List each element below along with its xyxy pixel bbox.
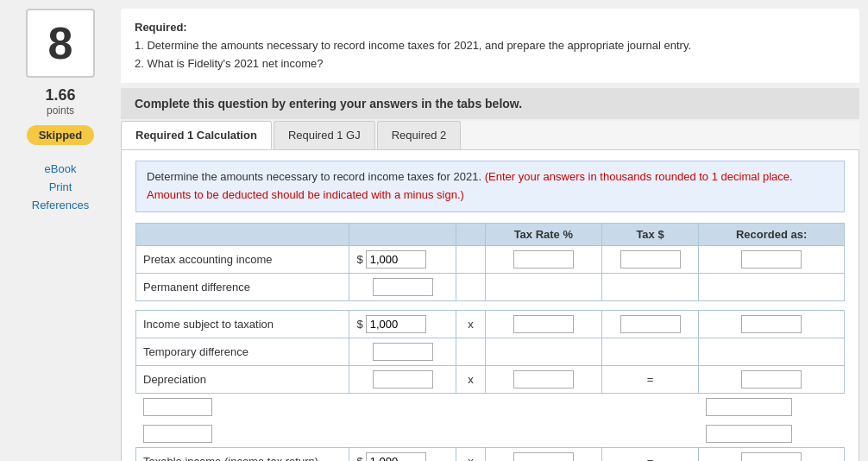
content-area: Determine the amounts necessary to recor…: [121, 150, 859, 461]
col-header-recorded: Recorded as:: [699, 223, 845, 245]
row-taxdollar-temp: [601, 338, 698, 365]
dollar-sign-pretax: $: [356, 253, 362, 266]
table-row: Taxable income (income tax return) $ x: [136, 447, 845, 461]
right-panel: Required: 1. Determine the amounts neces…: [121, 9, 859, 461]
calculation-table: Tax Rate % Tax $ Recorded as: Pretax acc…: [135, 223, 845, 461]
row-recorded-temp: [699, 338, 845, 365]
row-label-taxable-income: Taxable income (income tax return): [136, 447, 349, 461]
row-recorded-pretax: [699, 245, 845, 273]
income-recorded-input[interactable]: [741, 315, 802, 333]
row-recorded-taxable: [699, 447, 845, 461]
col-header-taxrate: Tax Rate %: [485, 223, 601, 245]
pretax-taxdollar-input[interactable]: [620, 250, 681, 268]
temp-amount-input[interactable]: [373, 343, 433, 361]
row-taxdollar-permanent: [601, 273, 698, 300]
row-label-permanent: Permanent difference: [136, 273, 349, 300]
row-label-income-subject: Income subject to taxation: [136, 310, 349, 338]
row-taxrate-temp: [485, 338, 601, 365]
depreciation-taxrate-input[interactable]: [513, 370, 574, 388]
points-value: 1.66: [45, 86, 75, 104]
row-label-temp-diff: Temporary difference: [136, 338, 349, 365]
col-header-mult: [456, 223, 486, 245]
step2-text: 2. What is Fidelity's 2021 net income?: [135, 57, 324, 70]
extra-input-1[interactable]: [143, 398, 212, 416]
row-recorded-depreciation: [699, 365, 845, 393]
instructions: Required: 1. Determine the amounts neces…: [121, 9, 859, 83]
taxable-recorded-input[interactable]: [741, 452, 802, 461]
row-mult-pretax: [456, 245, 486, 273]
row-taxrate-taxable: [485, 447, 601, 461]
problem-number: 8: [26, 9, 95, 78]
row-amount-permanent: [349, 273, 456, 300]
spacer-row-3: [136, 420, 845, 448]
row-recorded-permanent: [699, 273, 845, 300]
extra-input-2[interactable]: [143, 425, 212, 443]
row-equals-depreciation: =: [601, 365, 698, 393]
print-link[interactable]: Print: [49, 180, 72, 193]
tab-req2[interactable]: Required 2: [377, 121, 462, 149]
references-link[interactable]: References: [32, 199, 89, 212]
row-recorded-income: [699, 310, 845, 338]
required-label: Required:: [135, 21, 187, 34]
row-amount-taxable-income: $: [349, 447, 456, 461]
extra-recorded-2[interactable]: [706, 425, 792, 443]
ebook-link[interactable]: eBook: [45, 162, 77, 175]
row-equals-taxable: =: [601, 447, 698, 461]
row-amount-temp: [349, 338, 456, 365]
complete-bar: Complete this question by entering your …: [121, 88, 859, 119]
pretax-recorded-input[interactable]: [741, 250, 802, 268]
row-taxrate-income: [485, 310, 601, 338]
row-mult-depreciation: x: [456, 365, 486, 393]
status-badge: Skipped: [27, 125, 95, 145]
extra-recorded-1[interactable]: [706, 398, 792, 416]
left-panel: 8 1.66 points Skipped eBook Print Refere…: [9, 9, 112, 461]
table-row: Depreciation x =: [136, 365, 845, 393]
spacer-row-2: [136, 393, 845, 420]
tabs-row: Required 1 Calculation Required 1 GJ Req…: [121, 121, 859, 150]
pretax-taxrate-input[interactable]: [513, 250, 574, 268]
row-taxrate-permanent: [485, 273, 601, 300]
taxable-taxrate-input[interactable]: [513, 452, 574, 461]
row-amount-depreciation: [349, 365, 456, 393]
col-header-label: [136, 223, 349, 245]
row-amount-pretax: $: [349, 245, 456, 273]
row-label-depreciation: Depreciation: [136, 365, 349, 393]
tab-req1calc[interactable]: Required 1 Calculation: [121, 121, 272, 149]
row-label-pretax: Pretax accounting income: [136, 245, 349, 273]
row-taxrate-pretax: [485, 245, 601, 273]
row-mult-permanent: [456, 273, 486, 300]
pretax-amount-input[interactable]: [366, 250, 426, 268]
income-taxrate-input[interactable]: [513, 315, 574, 333]
depreciation-amount-input[interactable]: [373, 370, 433, 388]
row-taxrate-depreciation: [485, 365, 601, 393]
info-box: Determine the amounts necessary to recor…: [135, 161, 845, 212]
dollar-sign-income: $: [356, 318, 362, 331]
step1-text: 1. Determine the amounts necessary to re…: [135, 39, 691, 52]
row-mult-taxable: x: [456, 447, 486, 461]
left-links: eBook Print References: [32, 162, 89, 212]
info-main-text: Determine the amounts necessary to recor…: [147, 170, 481, 183]
col-header-amount: [349, 223, 456, 245]
income-amount-input[interactable]: [366, 315, 426, 333]
col-header-taxdollar: Tax $: [601, 223, 698, 245]
row-taxdollar-pretax: [601, 245, 698, 273]
row-taxdollar-income: [601, 310, 698, 338]
dollar-sign-taxable: $: [356, 455, 362, 461]
row-amount-income-subject: $: [349, 310, 456, 338]
spacer-row-1: [136, 300, 845, 310]
tab-req1gj[interactable]: Required 1 GJ: [274, 121, 375, 149]
permanent-amount-input[interactable]: [373, 278, 433, 296]
table-row: Income subject to taxation $ x: [136, 310, 845, 338]
points-label: points: [45, 104, 75, 117]
table-wrapper: Tax Rate % Tax $ Recorded as: Pretax acc…: [135, 223, 845, 461]
row-mult-income: x: [456, 310, 486, 338]
table-row: Pretax accounting income $: [136, 245, 845, 273]
table-row: Permanent difference: [136, 273, 845, 300]
depreciation-recorded-input[interactable]: [741, 370, 802, 388]
row-mult-temp: [456, 338, 486, 365]
income-taxdollar-input[interactable]: [620, 315, 681, 333]
taxable-amount-input[interactable]: [366, 452, 426, 461]
table-row: Temporary difference: [136, 338, 845, 365]
